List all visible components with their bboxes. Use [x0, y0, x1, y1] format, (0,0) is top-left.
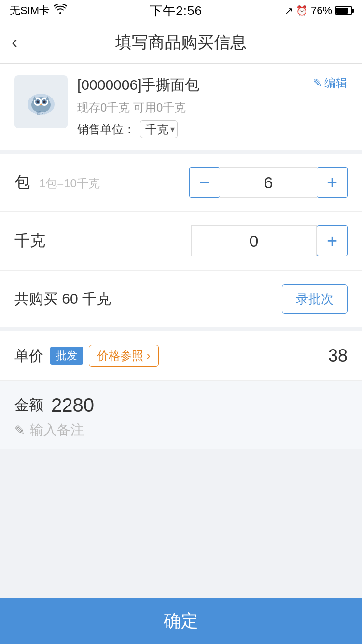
alarm-icon: ⏰: [296, 5, 308, 16]
price-section: 单价 批发 价格参照 › 38: [0, 331, 362, 381]
kg-label: 千克: [14, 230, 191, 252]
unit-label: 销售单位：: [77, 122, 135, 137]
product-thumbnail: 智计: [14, 75, 68, 128]
total-section: 共购买 60 千克 录批次: [0, 271, 362, 331]
wifi-icon: [54, 4, 67, 17]
bag-qty-controls: − +: [189, 167, 348, 198]
quantity-section: 包 1包=10千克 − + 千克 +: [0, 154, 362, 271]
plus-icon: +: [327, 172, 337, 193]
price-value: 38: [328, 346, 348, 366]
confirm-button[interactable]: 确定: [0, 598, 362, 644]
bag-qty-row: 包 1包=10千克 − +: [0, 154, 362, 212]
kg-qty-controls: +: [191, 225, 348, 256]
svg-point-6: [37, 101, 39, 103]
minus-icon: −: [199, 172, 210, 193]
product-card: 智计 [0000006]手撕面包 ✎ 编辑 现存0千克 可用0千克 销售单位： …: [0, 64, 362, 154]
product-unit: 销售单位： 千克: [77, 120, 348, 138]
bag-hint: 1包=10千克: [39, 177, 100, 190]
status-left: 无SIM卡: [10, 3, 67, 18]
price-label: 单价: [14, 346, 43, 366]
price-tag: 批发: [50, 347, 83, 365]
edit-icon: ✎: [313, 76, 322, 90]
amount-row: 金额 2280: [14, 394, 348, 416]
note-icon: ✎: [14, 423, 25, 438]
total-label: 共购买 60 千克: [14, 289, 111, 309]
amount-section: 金额 2280 ✎ 输入备注: [0, 381, 362, 449]
carrier-text: 无SIM卡: [10, 3, 50, 18]
battery-icon: [335, 6, 352, 15]
bag-qty-input[interactable]: [220, 167, 317, 198]
svg-point-7: [43, 101, 46, 103]
price-ref-label: 价格参照 ›: [97, 348, 151, 364]
status-right: ↗ ⏰ 76%: [285, 4, 352, 17]
note-row[interactable]: ✎ 输入备注: [14, 421, 348, 439]
amount-value: 2280: [51, 394, 94, 416]
product-name: [0000006]手撕面包: [77, 75, 199, 95]
product-logo: 智计: [24, 87, 58, 116]
status-time: 下午2:56: [150, 2, 202, 19]
unit-select[interactable]: 千克: [140, 120, 178, 138]
page-title: 填写商品购买信息: [115, 31, 247, 54]
kg-plus-button[interactable]: +: [317, 225, 348, 256]
unit-select-wrapper[interactable]: 千克: [140, 120, 178, 138]
edit-button[interactable]: ✎ 编辑: [313, 75, 348, 91]
location-icon: ↗: [285, 5, 293, 16]
price-ref-button[interactable]: 价格参照 ›: [89, 345, 159, 367]
battery-percent: 76%: [311, 4, 332, 17]
product-info: [0000006]手撕面包 ✎ 编辑 现存0千克 可用0千克 销售单位： 千克: [77, 75, 348, 138]
batch-button[interactable]: 录批次: [282, 284, 348, 314]
empty-space: [0, 449, 362, 604]
back-button[interactable]: ‹: [12, 32, 17, 53]
svg-text:智计: 智计: [36, 110, 46, 115]
status-bar: 无SIM卡 下午2:56 ↗ ⏰ 76%: [0, 0, 362, 21]
bag-plus-button[interactable]: +: [317, 167, 348, 198]
note-placeholder[interactable]: 输入备注: [30, 421, 84, 439]
nav-bar: ‹ 填写商品购买信息: [0, 21, 362, 64]
amount-label: 金额: [14, 395, 43, 415]
kg-qty-row: 千克 +: [0, 212, 362, 270]
edit-label: 编辑: [324, 75, 348, 91]
product-stock: 现存0千克 可用0千克: [77, 100, 348, 115]
bag-label: 包 1包=10千克: [14, 172, 189, 193]
bag-label-text: 包: [14, 173, 30, 191]
bag-minus-button[interactable]: −: [189, 167, 220, 198]
plus-icon-kg: +: [327, 231, 337, 252]
kg-qty-input[interactable]: [191, 225, 317, 256]
